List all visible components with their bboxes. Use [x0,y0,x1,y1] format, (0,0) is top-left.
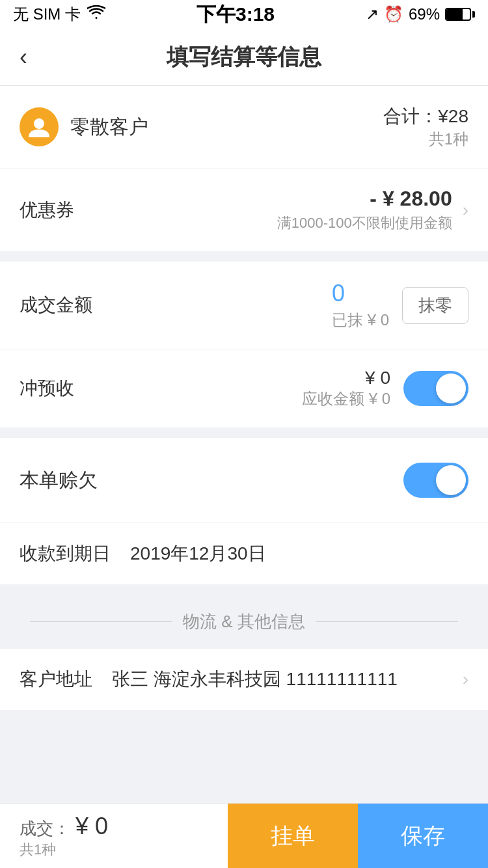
deal-count: 共1种 [20,840,208,860]
customer-left: 零散客户 [20,107,148,146]
address-section[interactable]: 客户地址 张三 海淀永丰科技园 11111111111 › [0,649,488,710]
address-value: 张三 海淀永丰科技园 11111111111 [112,667,443,692]
deal-amount: ¥ 0 [75,813,108,840]
transaction-row: 成交金额 0 已抹 ¥ 0 抹零 [0,262,488,349]
address-row: 客户地址 张三 海淀永丰科技园 11111111111 › [0,649,488,710]
customer-total: 合计：¥28 共1种 [383,104,468,150]
logistics-section: 物流 & 其他信息 [0,595,488,649]
customer-name: 零散客户 [70,114,148,141]
network-status: 无 SIM 卡 [13,4,81,25]
nav-bar: ‹ 填写结算等信息 [0,29,488,86]
coupon-value-block: - ¥ 28.00 满1000-100不限制使用金额 [277,187,452,233]
round-zero-button[interactable]: 抹零 [402,287,468,324]
bottom-bar: 成交： ¥ 0 共1种 挂单 保存 [0,803,488,868]
back-button[interactable]: ‹ [20,44,27,71]
customer-row: 零散客户 合计：¥28 共1种 [0,86,488,168]
status-time: 下午3:18 [197,1,275,28]
customer-card: 零散客户 合计：¥28 共1种 优惠券 - ¥ 28.00 满1000-100不… [0,86,488,251]
status-right: ↗ ⏰ 69% [366,5,475,23]
credit-label: 本单赊欠 [20,467,98,494]
credit-section: 本单赊欠 收款到期日 2019年12月30日 [0,438,488,584]
wifi-icon [87,5,105,23]
chevron-right-icon: › [463,200,468,221]
coupon-right: - ¥ 28.00 满1000-100不限制使用金额 › [98,187,468,233]
credit-toggle[interactable] [403,463,468,498]
coupon-row[interactable]: 优惠券 - ¥ 28.00 满1000-100不限制使用金额 › [0,168,488,251]
prepaid-toggle[interactable] [403,371,468,406]
transaction-value: 0 [332,280,389,307]
coupon-label: 优惠券 [20,198,98,223]
due-date-value: 2019年12月30日 [130,541,266,566]
address-label: 客户地址 [20,667,92,692]
prepaid-label: 冲预收 [20,376,98,401]
alarm-icon: ⏰ [384,5,403,23]
logistics-header: 物流 & 其他信息 [0,595,488,649]
status-bar: 无 SIM 卡 下午3:18 ↗ ⏰ 69% [0,0,488,29]
transaction-section: 成交金额 0 已抹 ¥ 0 抹零 冲预收 ¥ 0 应收金额 ¥ 0 [0,262,488,427]
discount-desc: 满1000-100不限制使用金额 [277,213,452,233]
svg-point-0 [34,118,44,129]
battery-icon [445,8,475,21]
transaction-label: 成交金额 [20,293,98,318]
credit-row: 本单赊欠 [0,438,488,522]
prepaid-sub: 应收金额 ¥ 0 [302,388,390,409]
prepaid-right: ¥ 0 应收金额 ¥ 0 [302,368,468,409]
battery-percent: 69% [409,5,440,23]
address-chevron-icon: › [463,669,468,690]
transaction-value-block: 0 已抹 ¥ 0 [332,280,389,331]
discount-amount: - ¥ 28.00 [277,187,452,211]
transaction-sub: 已抹 ¥ 0 [332,307,389,331]
avatar [20,107,59,146]
status-left: 无 SIM 卡 [13,4,105,25]
logistics-title: 物流 & 其他信息 [183,610,305,633]
bottom-left: 成交： ¥ 0 共1种 [0,804,228,868]
location-icon: ↗ [366,5,379,23]
due-date-label: 收款到期日 [20,541,111,566]
deal-label: 成交： [20,817,70,840]
due-date-row: 收款到期日 2019年12月30日 [0,522,488,584]
credit-toggle-thumb [436,465,466,495]
prepaid-row: 冲预收 ¥ 0 应收金额 ¥ 0 [0,349,488,427]
content: 零散客户 合计：¥28 共1种 优惠券 - ¥ 28.00 满1000-100不… [0,86,488,798]
hang-button[interactable]: 挂单 [228,804,358,868]
total-count: 共1种 [383,129,468,150]
prepaid-amount: ¥ 0 [302,368,390,388]
toggle-thumb [436,373,466,403]
total-amount: 合计：¥28 [383,104,468,129]
save-button[interactable]: 保存 [358,804,488,868]
page-title: 填写结算等信息 [167,42,321,72]
prepaid-values: ¥ 0 应收金额 ¥ 0 [302,368,390,409]
transaction-right: 0 已抹 ¥ 0 抹零 [332,280,468,331]
